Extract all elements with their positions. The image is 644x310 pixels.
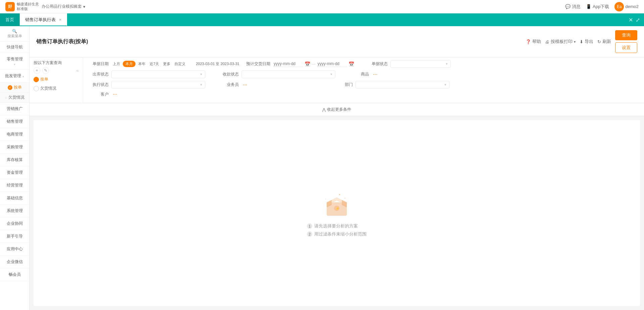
sidebar-retail-label: 零售管理: [7, 56, 23, 62]
scheme-collapse-btn[interactable]: «: [76, 68, 79, 73]
sidebar-item-basic[interactable]: 基础信息: [0, 192, 29, 205]
date-this-month[interactable]: 本月: [123, 61, 136, 67]
sidebar-quick-nav[interactable]: 快捷导航: [0, 42, 29, 53]
empty-tips: 1 请先选择要分析的方案 2 用过滤条件来缩小分析范围: [307, 223, 367, 237]
svg-text:✦: ✦: [338, 193, 341, 196]
chevron-down-icon-5: ▾: [444, 83, 446, 87]
filter-ship-status-field: 出库状态 ▾: [89, 70, 205, 78]
calendar-icon-from[interactable]: 📅: [305, 61, 310, 67]
scheme-press-order[interactable]: ✓ 按单: [34, 75, 79, 84]
query-button[interactable]: 查询: [615, 30, 637, 40]
scheme-add-btn[interactable]: +: [34, 67, 40, 74]
set-button[interactable]: 设置: [615, 42, 637, 53]
print-btn[interactable]: 🖨 按模板打印 ▾: [545, 39, 576, 45]
sidebar-item-member[interactable]: 畅会员: [0, 268, 29, 281]
sidebar-item-wechat[interactable]: 企业微信: [0, 256, 29, 268]
sidebar-basic-label: 基础信息: [7, 195, 23, 201]
order-status-label: 单据状态: [368, 61, 388, 67]
date-last-month[interactable]: 上月: [111, 61, 121, 67]
print-arrow-icon: ▾: [574, 40, 576, 44]
sidebar-search-label: 搜索菜单: [3, 34, 26, 39]
help-btn[interactable]: ❓ 帮助: [526, 39, 541, 45]
nav-close-btn[interactable]: ✕: [629, 17, 633, 23]
tab-close-icon[interactable]: ×: [59, 17, 61, 22]
sidebar-member-label: 畅会员: [9, 272, 21, 277]
salesperson-picker-btn[interactable]: ···: [241, 82, 249, 88]
nav-expand-btn[interactable]: ⤢: [636, 17, 640, 23]
print-label: 按模板打印: [551, 39, 573, 45]
empty-tip-1: 1 请先选择要分析的方案: [307, 223, 367, 229]
customer-picker-btn[interactable]: ···: [111, 91, 118, 97]
query-set-group: 查询 设置: [615, 30, 637, 53]
date-last-7[interactable]: 近7天: [148, 61, 160, 67]
refresh-icon: ↻: [597, 39, 601, 44]
collapse-btn[interactable]: ⋀ 收起更多条件: [30, 105, 644, 114]
filter-main: 单据日期 上月 本月 本年 近7天 更多 自定义: [83, 57, 644, 103]
date-custom[interactable]: 自定义: [173, 61, 187, 67]
top-bar-left: 好 畅捷通好生意 标准版 办公用品行业模拟账套 ▾: [5, 2, 85, 11]
sidebar-item-ecommerce[interactable]: 电商管理: [0, 128, 29, 141]
message-icon: 💬: [565, 4, 571, 9]
sidebar-wholesale-sub: ✓ 按单 ○ 欠货情况: [0, 83, 29, 103]
filter-delivery-date-field: 预计交货日期 📅 — 📅: [246, 61, 354, 67]
tip-num-1: 1: [307, 223, 312, 229]
sidebar-item-system[interactable]: 系统管理: [0, 205, 29, 217]
sidebar-item-newbie[interactable]: 新手引导: [0, 230, 29, 243]
tab-home[interactable]: 首页: [0, 13, 20, 26]
breadcrumb[interactable]: 办公用品行业模拟账套 ▾: [42, 4, 85, 9]
content-area: 销售订单执行表(按单) ❓ 帮助 🖨 按模板打印 ▾ ⬇ 导出 ↻ 刷新: [30, 26, 644, 310]
sidebar-item-inventory[interactable]: 库存核算: [0, 154, 29, 166]
sidebar-search[interactable]: 🔍 搜索菜单: [0, 26, 29, 42]
payment-status-select[interactable]: ▾: [241, 70, 335, 78]
refresh-btn[interactable]: ↻ 刷新: [597, 39, 611, 45]
logo-text: 畅捷通好生意 标准版: [17, 2, 39, 11]
user-menu[interactable]: Ea demo2: [614, 2, 639, 11]
sidebar-sub-press-order[interactable]: ✓ 按单: [0, 83, 29, 93]
export-btn[interactable]: ⬇ 导出: [580, 39, 593, 45]
sidebar-item-sales[interactable]: 销售管理: [0, 115, 29, 128]
scheme-debt[interactable]: 欠货情况: [34, 85, 79, 92]
scheme-debt-dot: [34, 86, 39, 91]
top-bar: 好 畅捷通好生意 标准版 办公用品行业模拟账套 ▾ 💬 消息 📱 App下载 E…: [0, 0, 644, 13]
dept-select[interactable]: ▾: [356, 81, 449, 89]
sidebar-sub-debt[interactable]: ○ 欠货情况: [0, 93, 29, 103]
sidebar-item-wholesale[interactable]: 批发管理 ▴: [0, 70, 29, 83]
filter-row-1: 单据日期 上月 本月 本年 近7天 更多 自定义: [89, 60, 639, 68]
page-header: 销售订单执行表(按单) ❓ 帮助 🖨 按模板打印 ▾ ⬇ 导出 ↻ 刷新: [30, 26, 644, 57]
sidebar-item-marketing[interactable]: 营销推广: [0, 103, 29, 115]
data-area: ✦ ✦ ✦ ⚡ 1 请先选择要分析的方案 2 用过滤条件来缩小分析范围: [34, 120, 640, 306]
app-download-btn[interactable]: 📱 App下载: [586, 4, 609, 10]
sidebar-ops-label: 经营管理: [7, 183, 23, 188]
goods-label: 商品: [349, 71, 369, 77]
debt-icon: ○: [5, 95, 7, 100]
ship-status-select[interactable]: ▾: [111, 70, 205, 78]
sidebar-ecommerce-label: 电商管理: [7, 132, 23, 137]
filter-scheme: 按以下方案查询 + ✎ « ✓ 按单 欠货情况: [30, 57, 83, 103]
order-status-select[interactable]: ▾: [390, 60, 451, 68]
scheme-debt-label: 欠货情况: [40, 86, 56, 91]
app-download-label: App下载: [593, 4, 609, 10]
sidebar-item-finance[interactable]: 资金管理: [0, 166, 29, 179]
date-more[interactable]: 更多: [162, 61, 172, 67]
date-this-year[interactable]: 本年: [137, 61, 147, 67]
svg-text:✦: ✦: [344, 197, 346, 199]
calendar-icon-to[interactable]: 📅: [348, 61, 354, 67]
scheme-edit-btn[interactable]: ✎: [42, 67, 49, 74]
sidebar-item-purchase[interactable]: 采购管理: [0, 141, 29, 154]
sidebar-corp-label: 企业协同: [7, 221, 23, 226]
sidebar-item-corp[interactable]: 企业协同: [0, 217, 29, 230]
date-label: 单据日期: [89, 61, 109, 67]
sidebar-item-retail[interactable]: 零售管理 ▾: [0, 53, 29, 70]
message-btn[interactable]: 💬 消息: [565, 4, 581, 10]
delivery-date-to[interactable]: [317, 61, 347, 67]
delivery-date-label: 预计交货日期: [246, 61, 270, 67]
message-label: 消息: [572, 4, 581, 10]
tip-text-1: 请先选择要分析的方案: [314, 223, 358, 229]
goods-picker-btn[interactable]: ···: [372, 71, 379, 78]
tab-sales-exec[interactable]: 销售订单执行表 ×: [20, 13, 67, 26]
sidebar-item-apps[interactable]: 应用中心: [0, 243, 29, 256]
delivery-date-from[interactable]: [273, 61, 303, 67]
exec-status-select[interactable]: ▾: [111, 81, 205, 89]
sidebar-apps-label: 应用中心: [7, 246, 23, 252]
sidebar-item-ops[interactable]: 经营管理: [0, 179, 29, 192]
